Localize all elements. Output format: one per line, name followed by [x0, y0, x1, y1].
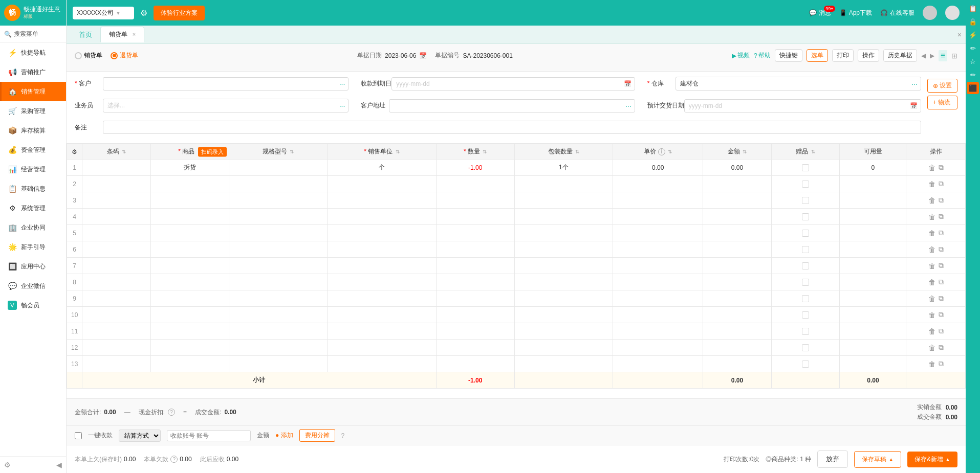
remarks-input[interactable]: [103, 121, 921, 134]
radio-sales-order[interactable]: 销货单: [75, 51, 102, 60]
operations-button[interactable]: 操作: [858, 49, 879, 62]
collapse-icon[interactable]: ◀: [56, 461, 62, 469]
company-selector[interactable]: XXXXXX公司 ▼: [73, 7, 134, 19]
panel-orange-icon[interactable]: ⬛: [967, 82, 979, 94]
print-button[interactable]: 打印: [832, 49, 854, 62]
avatar2[interactable]: [945, 6, 960, 20]
cell-unit-1[interactable]: 个: [328, 160, 436, 176]
next-icon[interactable]: ▶: [930, 52, 934, 59]
address-more-icon[interactable]: ···: [625, 102, 631, 110]
scan-button[interactable]: 扫码录入: [198, 147, 227, 156]
shortcut-button[interactable]: 快捷键: [775, 49, 802, 62]
sidebar-item-system[interactable]: ⚙ 系统管理: [0, 198, 66, 218]
panel-clipboard-icon[interactable]: 📋: [967, 2, 979, 14]
history-button[interactable]: 历史单据: [883, 49, 917, 62]
cell-product-2[interactable]: [150, 176, 229, 192]
sidebar-item-guide[interactable]: 🌟 新手引导: [0, 237, 66, 257]
customer-input[interactable]: ···: [103, 77, 349, 91]
enterprise-icon: 🏢: [8, 223, 17, 232]
trial-button[interactable]: 体验行业方案: [154, 6, 205, 20]
prev-icon[interactable]: ◀: [921, 52, 926, 59]
copy-icon-1[interactable]: ⧉: [939, 163, 944, 172]
cell-spec-1[interactable]: [229, 160, 328, 176]
settings-button[interactable]: ⊕ ⊕ 设置 设置: [927, 79, 957, 93]
sidebar-item-marketing[interactable]: 📢 营销推广: [0, 62, 66, 82]
arrears-info-icon[interactable]: ?: [170, 456, 178, 463]
sidebar-item-apps[interactable]: 🔲 应用中心: [0, 257, 66, 276]
online-service-button[interactable]: 🎧 在线客服: [880, 9, 914, 17]
select-button[interactable]: 选单: [807, 49, 828, 62]
add-payment-button[interactable]: ● 添加: [275, 431, 293, 440]
panel-star-icon[interactable]: ☆: [967, 55, 979, 67]
cell-qty-1[interactable]: -1.00: [436, 160, 514, 176]
sidebar-item-quicknav[interactable]: ⚡ 快捷导航: [0, 43, 66, 62]
gift-checkbox-1[interactable]: [802, 164, 809, 171]
app-download-button[interactable]: 📱 App下载: [839, 9, 872, 17]
delete-icon-1[interactable]: 🗑: [928, 164, 935, 172]
video-link[interactable]: ▶ 视频: [732, 51, 750, 60]
receive-date-input[interactable]: yyyy-mm-dd 📅: [391, 77, 635, 91]
sidebar-item-enterprise[interactable]: 🏢 企业协同: [0, 218, 66, 237]
grid-view-icon[interactable]: ⊞: [951, 52, 957, 60]
tab-close-icon[interactable]: ×: [133, 31, 136, 37]
one-click-payment-checkbox[interactable]: [75, 432, 82, 439]
gift-checkbox-2[interactable]: [802, 181, 809, 188]
list-view-icon[interactable]: ≡: [939, 50, 947, 61]
sidebar-item-member[interactable]: V 畅会员: [0, 296, 66, 315]
sidebar-search[interactable]: 🔍 搜索菜单: [0, 26, 66, 43]
save-draft-button[interactable]: 保存草稿 ▲: [854, 451, 901, 468]
radio-return-order[interactable]: 退货单: [111, 51, 138, 60]
sidebar-item-sales[interactable]: 🏠 销售管理: [0, 82, 66, 101]
customer-more-icon[interactable]: ···: [339, 80, 345, 88]
help-link[interactable]: ? 帮助: [754, 51, 771, 60]
sidebar-item-purchase[interactable]: 🛒 采购管理: [0, 101, 66, 121]
staff-more-icon[interactable]: ···: [339, 102, 345, 110]
logistics-button[interactable]: + 物流 + 物流: [927, 96, 957, 109]
copy-icon-2[interactable]: ⧉: [939, 179, 944, 188]
cell-product-1[interactable]: 拆货: [150, 160, 229, 176]
sidebar-item-wecom[interactable]: 💬 企业微信: [0, 276, 66, 296]
save-new-button[interactable]: 保存&新增 ▲: [907, 452, 957, 467]
sidebar-item-basics[interactable]: 📋 基础信息: [0, 179, 66, 198]
sidebar-item-inventory[interactable]: 📦 库存核算: [0, 121, 66, 140]
receive-date-field: 收款到期日 yyyy-mm-dd 📅: [361, 77, 635, 91]
calendar-icon[interactable]: 📅: [624, 80, 631, 87]
th-pack-qty: 包装数量 ⇅: [514, 144, 613, 160]
expected-date-input[interactable]: yyyy-mm-dd 📅: [684, 99, 921, 112]
warehouse-more-icon[interactable]: ···: [911, 80, 918, 88]
tab-home[interactable]: 首页: [71, 27, 100, 42]
sidebar-item-finance[interactable]: 💰 资金管理: [0, 140, 66, 160]
delete-icon-2[interactable]: 🗑: [928, 180, 935, 188]
cell-gift-1[interactable]: [771, 160, 840, 176]
cash-discount-info-icon[interactable]: ?: [168, 409, 175, 416]
message-button[interactable]: 💬 消息 99+: [809, 9, 831, 17]
table-scroll[interactable]: ⚙ 条码 ⇅ * 商品 ⇅ 扫码录入 规格型号 ⇅ * 销售单位 ⇅ * 数量 …: [67, 144, 966, 398]
th-settings[interactable]: ⚙: [67, 144, 82, 160]
panel-edit-icon[interactable]: ✏: [967, 42, 979, 54]
close-all-icon[interactable]: ×: [957, 31, 962, 39]
panel-flash-icon[interactable]: ⚡: [967, 29, 979, 41]
cell-barcode-2[interactable]: [82, 176, 151, 192]
cell-pack-qty-1[interactable]: 1个: [514, 160, 613, 176]
warehouse-input[interactable]: 建材仓 ···: [676, 77, 921, 91]
cell-barcode-1[interactable]: [82, 160, 151, 176]
header-gear-button[interactable]: ⚙: [140, 8, 147, 18]
unit-price-info-icon[interactable]: i: [658, 148, 665, 155]
staff-input[interactable]: 选择... ···: [103, 99, 349, 112]
sidebar-item-operations[interactable]: 📊 经营管理: [0, 160, 66, 179]
cell-unit-price-1[interactable]: 0.00: [613, 160, 703, 176]
calendar-icon[interactable]: 📅: [419, 52, 427, 59]
payment-method-select[interactable]: 结算方式: [119, 430, 161, 442]
payment-help-icon[interactable]: ?: [341, 432, 345, 439]
expected-calendar-icon[interactable]: 📅: [910, 102, 918, 109]
expense-button[interactable]: 费用分摊: [299, 429, 335, 442]
tab-sales-order[interactable]: 销货单 ×: [100, 27, 144, 42]
settings-icon[interactable]: ⚙: [4, 461, 11, 469]
panel-pencil-icon[interactable]: ✏: [967, 69, 979, 81]
customer-address-input[interactable]: ···: [389, 99, 635, 112]
avatar[interactable]: [923, 6, 937, 20]
account-input[interactable]: [167, 430, 251, 441]
discard-button[interactable]: 放弃: [817, 451, 848, 468]
panel-lock-icon[interactable]: 🔒: [967, 15, 979, 28]
cell-amount-1[interactable]: 0.00: [703, 160, 772, 176]
